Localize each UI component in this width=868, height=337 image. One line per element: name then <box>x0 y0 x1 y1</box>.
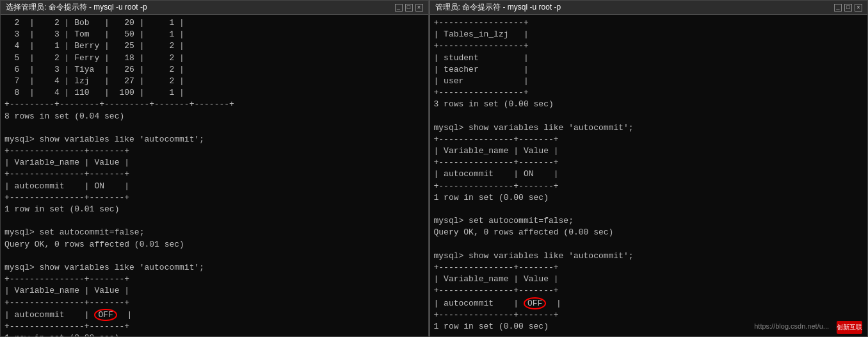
left-off-highlight: OFF <box>94 309 117 322</box>
right-close-button[interactable]: ✕ <box>855 4 862 12</box>
right-terminal: 管理员: 命令提示符 - mysql -u root -p _ □ ✕ +---… <box>430 0 869 337</box>
left-minimize-button[interactable]: _ <box>395 4 403 12</box>
right-off-highlight: OFF <box>524 297 546 310</box>
left-terminal-content: 2 | 2 | Bob | 20 | 1 | 3 | 3 | Tom | 50 … <box>1 15 428 336</box>
left-terminal: 选择管理员: 命令提示符 - mysql -u root -p _ □ ✕ 2 … <box>0 0 429 337</box>
csdn-badge: 创新互联 <box>837 321 862 334</box>
left-title-bar: 选择管理员: 命令提示符 - mysql -u root -p _ □ ✕ <box>1 1 428 15</box>
left-window-title: 选择管理员: 命令提示符 - mysql -u root -p <box>6 2 147 13</box>
watermark: https://blog.csdn.net/u... <box>754 322 829 331</box>
left-maximize-button[interactable]: □ <box>405 4 413 12</box>
left-content-text: 2 | 2 | Bob | 20 | 1 | 3 | 3 | Tom | 50 … <box>4 18 234 336</box>
left-close-button[interactable]: ✕ <box>415 4 423 12</box>
right-minimize-button[interactable]: _ <box>834 4 842 12</box>
right-terminal-content: +-----------------+ | Tables_in_lzj | +-… <box>430 15 868 336</box>
right-window-title: 管理员: 命令提示符 - mysql -u root -p <box>435 2 561 13</box>
right-maximize-button[interactable]: □ <box>844 4 852 12</box>
right-window-controls[interactable]: _ □ ✕ <box>834 4 862 12</box>
right-content-text: +-----------------+ | Tables_in_lzj | +-… <box>434 18 634 336</box>
right-title-bar: 管理员: 命令提示符 - mysql -u root -p _ □ ✕ <box>430 1 868 15</box>
left-window-controls[interactable]: _ □ ✕ <box>395 4 423 12</box>
